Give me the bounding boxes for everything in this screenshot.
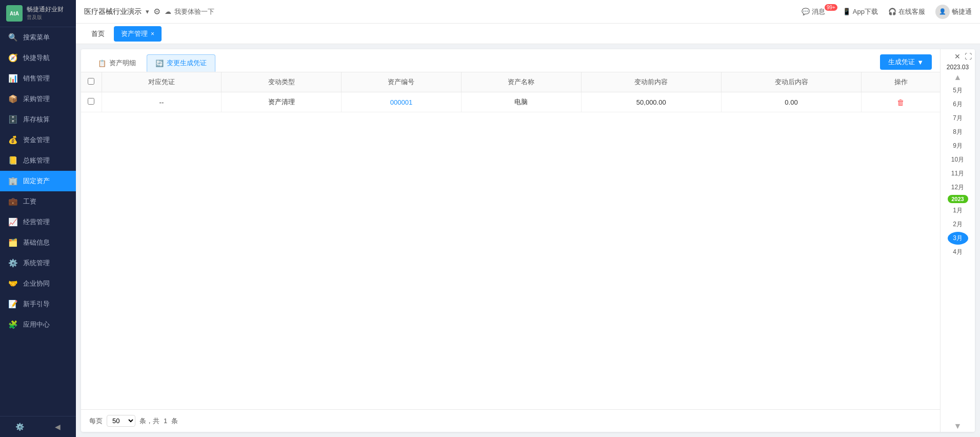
th-asset-code: 资产编号 (342, 72, 462, 92)
sidebar-item-appcenter[interactable]: 🧩 应用中心 (0, 314, 76, 335)
content-area: 📋 资产明细 🔄 变更生成凭证 生成凭证 ▼ (81, 49, 975, 432)
scroll-up-button[interactable]: ▲ (954, 72, 962, 83)
app-download-button[interactable]: 📱 App下载 (843, 7, 878, 16)
tab-assets[interactable]: 资产管理 × (114, 26, 162, 42)
guide-icon: 📝 (8, 300, 18, 309)
scroll-down-button[interactable]: ▼ (954, 421, 962, 432)
close-panel-button[interactable]: ✕ (953, 51, 962, 62)
pagination-label-items: 条，共 (139, 416, 159, 426)
generate-voucher-button[interactable]: 生成凭证 ▼ (880, 54, 932, 70)
month-item-m7[interactable]: 7月 (948, 112, 968, 125)
sidebar: AtA 畅捷通好业财 普及版 🔍 搜索菜单 🧭 快捷导航 📊 销售管理 📦 采购… (0, 0, 76, 437)
sidebar-item-ledger[interactable]: 📒 总账管理 (0, 150, 76, 171)
sidebar-item-quicknav[interactable]: 🧭 快捷导航 (0, 48, 76, 68)
sidebar-item-label: 总账管理 (23, 156, 50, 165)
th-after-content: 变动后内容 (721, 72, 861, 92)
close-tab-icon[interactable]: × (151, 30, 154, 37)
operations-icon: 📈 (8, 217, 18, 227)
sidebar-item-purchase[interactable]: 📦 采购管理 (0, 89, 76, 109)
voucher-icon: 🔄 (155, 59, 164, 67)
messages-badge: 99+ (825, 4, 837, 11)
th-checkbox (81, 72, 102, 92)
th-before-content: 变动前内容 (581, 72, 721, 92)
main-content: 医疗器械行业演示 ▾ ⚙ ☁ 我要体验一下 💬 消息 99+ 📱 App下载 🎧… (76, 0, 980, 437)
month-item-m8[interactable]: 8月 (948, 126, 968, 138)
month-item-m12[interactable]: 12月 (948, 181, 968, 194)
subtab2-label: 变更生成凭证 (167, 58, 207, 68)
month-item-m11[interactable]: 11月 (948, 167, 968, 180)
sidebar-item-inventory[interactable]: 🗄️ 库存核算 (0, 109, 76, 130)
sidebar-item-fixedassets[interactable]: 🏢 固定资产 (0, 171, 76, 191)
sidebar-bottom: ⚙️ ◀ (0, 416, 76, 437)
user-profile[interactable]: 👤 畅捷通 (935, 5, 972, 19)
expand-panel-button[interactable]: ⛶ (964, 51, 973, 62)
sidebar-item-label: 基础信息 (23, 238, 50, 247)
month-item-m6[interactable]: 6月 (948, 98, 968, 111)
building-icon: 🏢 (8, 176, 18, 186)
handshake-icon: 🤝 (8, 279, 18, 288)
sidebar-item-label: 应用中心 (23, 320, 50, 329)
storage-icon: 🗄️ (8, 115, 18, 124)
online-service-button[interactable]: 🎧 在线客服 (888, 7, 925, 16)
sidebar-item-label: 固定资产 (23, 176, 50, 186)
sidebar-item-operations[interactable]: 📈 经营管理 (0, 212, 76, 232)
month-item-m5[interactable]: 5月 (948, 84, 968, 97)
month-item-m2[interactable]: 2月 (948, 218, 968, 231)
right-panel: ✕ ⛶ 2023.03 ▲ 5月6月7月8月9月10月11月12月20231月2… (940, 49, 975, 432)
sidebar-item-guide[interactable]: 📝 新手引导 (0, 294, 76, 314)
td-voucher: -- (102, 92, 222, 112)
search-icon: 🔍 (8, 33, 18, 42)
inner-content: 📋 资产明细 🔄 变更生成凭证 生成凭证 ▼ (81, 49, 940, 432)
user-name: 畅捷通 (952, 7, 972, 16)
table-area: 对应凭证 变动类型 资产编号 资产名称 (81, 72, 940, 409)
topbar-right: 💬 消息 99+ 📱 App下载 🎧 在线客服 👤 畅捷通 (802, 5, 972, 19)
subtab-assetdetail[interactable]: 📋 资产明细 (89, 54, 145, 72)
dropdown-icon[interactable]: ▾ (146, 8, 149, 15)
sidebar-item-basicinfo[interactable]: 🗂️ 基础信息 (0, 232, 76, 253)
th-operation: 操作 (862, 72, 940, 92)
td-asset-name: 电脑 (461, 92, 581, 112)
td-operation: 🗑 (862, 92, 940, 112)
month-item-m3[interactable]: 3月 (948, 232, 968, 245)
files-icon: 🗂️ (8, 238, 18, 247)
sidebar-item-label: 快捷导航 (23, 53, 50, 63)
table-icon: 📋 (98, 59, 106, 67)
settings-button[interactable]: ⚙️ (11, 421, 28, 433)
sidebar-item-search[interactable]: 🔍 搜索菜单 (0, 27, 76, 48)
year-label: 2023.03 (947, 62, 969, 72)
table-row: -- 资产清理 000001 电脑 50,000.00 0.00 🗑 (81, 92, 940, 112)
subtab-generatevoucher[interactable]: 🔄 变更生成凭证 (147, 54, 215, 72)
settings-icon[interactable]: ⚙ (153, 7, 161, 16)
service-icon: 🎧 (888, 8, 896, 15)
sidebar-item-label: 企业协同 (23, 279, 50, 288)
row-checkbox[interactable] (88, 98, 94, 105)
page-size-select[interactable]: 50 10 20 100 (107, 415, 135, 427)
month-item-m9[interactable]: 9月 (948, 140, 968, 152)
sidebar-item-label: 经营管理 (23, 217, 50, 227)
messages-button[interactable]: 💬 消息 99+ (802, 7, 832, 16)
collapse-button[interactable]: ◀ (51, 421, 65, 433)
sidebar-subtitle: 普及版 (27, 14, 64, 21)
delete-button[interactable]: 🗑 (897, 98, 905, 107)
message-icon: 💬 (802, 8, 810, 15)
sidebar-item-enterprise[interactable]: 🤝 企业协同 (0, 273, 76, 294)
select-all-checkbox[interactable] (88, 78, 94, 85)
tabbar: 首页 资产管理 × (76, 24, 980, 44)
company-name: 医疗器械行业演示 (84, 7, 142, 16)
sidebar-item-sysmanage[interactable]: ⚙️ 系统管理 (0, 253, 76, 273)
month-item-m1[interactable]: 1月 (948, 204, 968, 217)
experience-button[interactable]: ☁ 我要体验一下 (165, 7, 214, 16)
sidebar-item-finance[interactable]: 💰 资金管理 (0, 130, 76, 150)
th-voucher: 对应凭证 (102, 72, 222, 92)
topbar-left: 医疗器械行业演示 ▾ ⚙ ☁ 我要体验一下 (84, 7, 214, 16)
chevron-down-icon: ▼ (917, 58, 924, 66)
tab-home[interactable]: 首页 (84, 26, 112, 42)
cloud-icon: ☁ (165, 8, 171, 15)
month-item-m10[interactable]: 10月 (948, 153, 968, 166)
box-icon: 📦 (8, 94, 18, 104)
sidebar-item-salary[interactable]: 💼 工资 (0, 191, 76, 212)
sidebar-item-sales[interactable]: 📊 销售管理 (0, 68, 76, 89)
month-item-m4[interactable]: 4月 (948, 246, 968, 259)
pagination-total: 1 (164, 417, 167, 425)
app-icon: 🧩 (8, 320, 18, 329)
